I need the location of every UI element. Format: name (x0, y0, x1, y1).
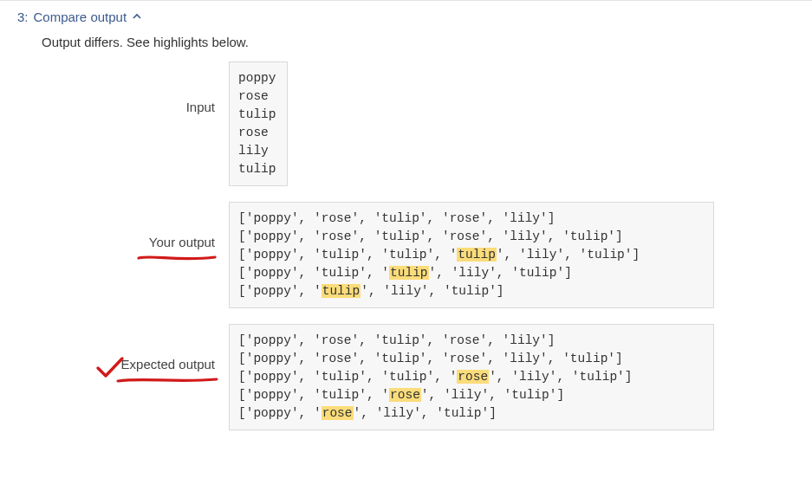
expected-output-box: ['poppy', 'rose', 'tulip', 'rose', 'lily… (229, 324, 714, 430)
diff-highlight: rose (457, 370, 489, 384)
diff-highlight: tulip (389, 266, 429, 280)
diff-highlight: rose (389, 388, 421, 402)
your-output-box: ['poppy', 'rose', 'tulip', 'rose', 'lily… (229, 202, 714, 308)
diff-highlight: tulip (457, 248, 497, 262)
your-output-label: Your output (42, 202, 215, 249)
expected-output-label: Expected output (42, 324, 215, 372)
input-box: poppy rose tulip rose lily tulip (229, 61, 288, 186)
input-label: Input (42, 61, 215, 114)
diff-message: Output differs. See highlights below. (0, 29, 812, 61)
diff-highlight: rose (322, 406, 354, 420)
diff-highlight: tulip (322, 284, 361, 298)
step-title: Compare output (34, 10, 127, 24)
step-number: 3: (17, 10, 29, 24)
chevron-up-icon (132, 11, 142, 23)
compare-output-header[interactable]: 3: Compare output (0, 0, 812, 29)
